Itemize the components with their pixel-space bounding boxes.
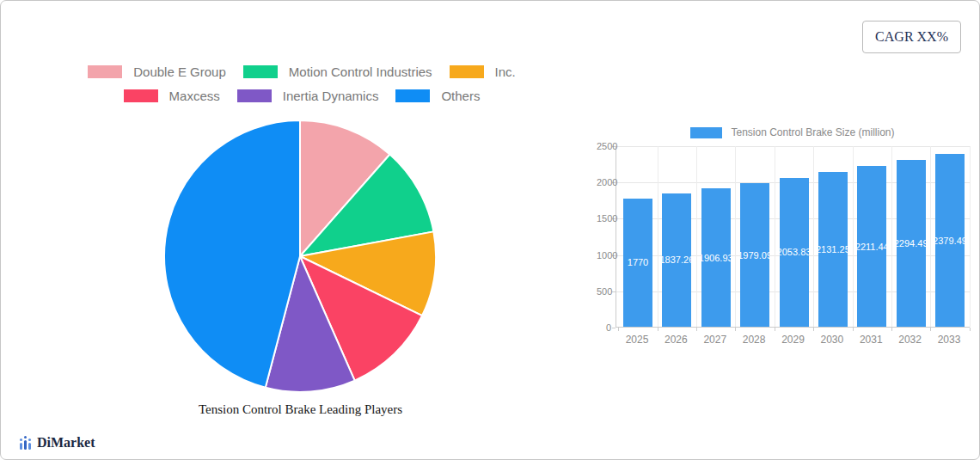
legend-swatch-motion-control-industries [243,65,278,78]
bar-chart: Tension Control Brake Size (million) 177… [597,126,975,358]
bar-value-label: 1906.93 [701,253,731,263]
bar-legend-swatch [690,127,722,138]
bar-value-label: 2379.49 [935,236,965,246]
legend-item-others[interactable]: Others [395,89,480,103]
pie-chart-svg [161,117,439,396]
x-gridline [970,146,971,327]
pie-chart [161,117,439,396]
bar-value-label: 1770 [628,257,648,267]
x-axis-tick [930,328,931,331]
y-tick-label: 2500 [597,141,611,151]
legend-item-inc[interactable]: Inc. [450,64,516,79]
y-tick-label: 2000 [597,177,611,187]
x-tick-label: 2029 [775,334,812,346]
x-tick-label: 2033 [930,334,968,346]
x-tick-label: 2028 [735,334,773,346]
x-axis-tick [658,328,658,331]
y-tick-label: 500 [597,286,611,297]
x-gridline [735,146,736,327]
bar-2028: 1979.09 [740,183,769,327]
x-axis-tick [970,328,971,331]
x-axis-tick [618,328,619,331]
pie-chart-title: Tension Control Brake Leading Players [1,402,600,417]
legend-item-maxcess[interactable]: Maxcess [124,89,220,103]
x-gridline [853,146,854,327]
bar-value-label: 1979.09 [740,250,769,261]
x-axis-tick [775,328,775,331]
bar-chart-legend-item[interactable]: Tension Control Brake Size (million) [616,126,970,139]
legend-swatch-inc [450,65,484,78]
y-axis-tick [612,291,616,292]
x-tick-label: 2030 [813,334,851,346]
y-axis-tick [612,328,616,328]
dimarket-logo-text: DiMarket [37,436,95,450]
bar-2031: 2211.44 [857,166,886,327]
x-tick-label: 2027 [696,334,734,346]
y-tick-label: 1500 [597,213,611,224]
bar-2026: 1837.26 [662,193,691,327]
bar-legend-label: Tension Control Brake Size (million) [731,126,894,138]
x-gridline [891,146,892,327]
x-axis-tick [891,328,892,331]
legend-item-inertia-dynamics[interactable]: Inertia Dynamics [237,89,379,103]
cagr-label: CAGR XX% [875,29,948,44]
dimarket-logo: DiMarket [20,436,95,450]
bar-2025: 1770 [623,199,652,327]
legend-swatch-double-e-group [88,65,122,78]
pie-legend-row-1: Double E Group Motion Control Industries… [88,64,516,79]
legend-label-double-e-group: Double E Group [133,64,226,79]
legend-swatch-inertia-dynamics [237,89,272,102]
x-gridline [775,146,775,327]
bar-plot-area: 17701837.261906.931979.092053.832131.252… [616,146,970,328]
bar-value-label: 2211.44 [857,242,886,252]
y-tick-label: 0 [597,322,611,333]
pie-legend-row-2: Maxcess Inertia Dynamics Others [124,89,481,103]
x-axis-tick [813,328,814,331]
bar-value-label: 2053.83 [780,247,809,257]
bar-2032: 2294.49 [897,160,926,327]
bar-2033: 2379.49 [935,154,965,327]
bar-2030: 2131.25 [818,172,848,327]
legend-label-inertia-dynamics: Inertia Dynamics [283,89,379,103]
cagr-badge: CAGR XX% [862,21,961,53]
y-tick-label: 1000 [597,250,611,261]
bar-value-label: 2131.25 [818,244,848,255]
report-card: CAGR XX% Double E Group Motion Control I… [0,0,980,460]
bar-value-label: 1837.26 [662,255,691,265]
legend-swatch-others [395,89,430,102]
legend-item-double-e-group[interactable]: Double E Group [88,64,226,79]
legend-item-motion-control-industries[interactable]: Motion Control Industries [243,64,432,79]
x-tick-label: 2025 [618,334,656,346]
legend-label-inc: Inc. [495,64,516,79]
legend-swatch-maxcess [124,89,158,102]
x-tick-label: 2031 [852,334,890,346]
legend-label-others: Others [441,89,480,103]
y-gridline [616,146,970,147]
x-axis-tick [735,328,736,331]
pie-legend: Double E Group Motion Control Industries… [40,64,564,103]
x-gridline [658,146,658,327]
bar-chart-logo-icon [20,437,31,450]
legend-label-maxcess: Maxcess [169,89,220,103]
x-tick-label: 2026 [657,334,695,346]
bar-2029: 2053.83 [780,178,809,327]
bar-2027: 1906.93 [701,188,731,327]
x-axis-tick [696,328,697,331]
x-tick-label: 2032 [891,334,929,346]
x-gridline [696,146,697,327]
x-gridline [930,146,931,327]
bar-value-label: 2294.49 [897,238,926,248]
x-gridline [813,146,814,327]
legend-label-motion-control-industries: Motion Control Industries [289,64,432,79]
x-axis-tick [853,328,854,331]
